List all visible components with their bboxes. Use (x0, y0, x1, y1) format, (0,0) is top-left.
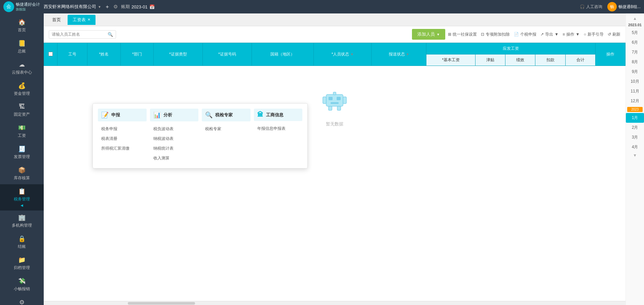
category-header-declaration: 📝 申报 (98, 109, 147, 121)
inventory-icon: 📦 (18, 166, 26, 174)
date-month-7[interactable]: 7月 (626, 47, 644, 57)
chevron-down-icon: ▼ (437, 33, 440, 36)
dropdown-category-biz-info: 🏛 工商信息 年报信息申报表 (254, 109, 303, 163)
tax-expert-icon: 🔍 (205, 111, 213, 119)
table-header-nationality: 国籍（地区） (252, 43, 313, 66)
date-month-11[interactable]: 11月 (626, 86, 644, 96)
empty-icon (321, 86, 348, 118)
menu-item-income-calc[interactable]: 收入测算 (150, 153, 199, 163)
help-button[interactable]: 🎧 人工咨询 (580, 4, 602, 10)
sidebar-item-ledger[interactable]: 📒 总账 (0, 36, 44, 58)
table-header-report-status: 报送状态 ▼ (372, 43, 426, 66)
date-month-2023-01[interactable]: 1月 (626, 113, 644, 123)
menu-item-annual-report[interactable]: 年报信息申报表 (254, 124, 303, 134)
period-value: 2023-01 (131, 4, 148, 9)
menu-item-tax-burden[interactable]: 税负波动表 (150, 124, 199, 134)
sidebar-item-basic[interactable]: ⚙ 基础设置 (0, 295, 44, 305)
date-nav-up[interactable]: ▲ (632, 15, 638, 22)
filter-icon-2[interactable]: ▼ (406, 52, 409, 56)
special-deduction-button[interactable]: ⊡ 专项附加扣除 (481, 32, 510, 37)
newbie-guide-button[interactable]: ○ 新手引导 (584, 32, 604, 37)
current-year-badge: 2023 (627, 107, 643, 112)
export-button[interactable]: ↗ 导出 ▼ (540, 32, 559, 37)
date-month-10[interactable]: 10月 (626, 77, 644, 86)
settings-icon[interactable]: ⚙ (113, 4, 118, 10)
add-company-button[interactable]: ＋ (105, 3, 110, 10)
date-month-2023-02[interactable]: 2月 (626, 123, 644, 132)
date-month-8[interactable]: 8月 (626, 57, 644, 67)
tab-close-icon[interactable]: ✕ (87, 17, 90, 22)
menu-item-tax-calc[interactable]: 所得税汇算清缴 (98, 144, 147, 153)
sidebar-item-home[interactable]: 🏠 首页 (0, 15, 44, 36)
app-logo: 会 畅捷通好会计 旗舰版 (3, 1, 40, 12)
operate-button[interactable]: ≡ 操作 ▼ (563, 32, 580, 37)
scrollbar-thumb[interactable] (128, 302, 195, 305)
sidebar-item-inventory[interactable]: 📦 库存核算 (0, 163, 44, 184)
bottom-scrollbar[interactable] (44, 301, 626, 305)
dropdown-category-analysis: 📊 分析 税负波动表 纳税波动表 纳税统计表 收入测算 (150, 109, 199, 163)
svg-rect-2 (337, 97, 341, 100)
menu-item-tax-declare[interactable]: 税务申报 (98, 124, 147, 134)
sidebar: 🏠 首页 📒 总账 ☁ 云报表中心 💰 资金管理 🏗 固定资产 💵 工资 🧾 发… (0, 13, 44, 305)
user-menu[interactable]: 畅 畅捷通B组... (607, 2, 641, 11)
export-arrow-icon: ▼ (555, 32, 559, 37)
menu-item-tax-form[interactable]: 税表清册 (98, 134, 147, 144)
select-all-checkbox[interactable] (48, 52, 53, 56)
company-selector[interactable]: 西安虾米网络科技有限公司 ▼ (44, 4, 101, 10)
app-title: 畅捷通好会计 旗舰版 (16, 2, 40, 12)
table-header-id-no: *证据号码 (202, 43, 252, 66)
sidebar-item-tax[interactable]: 📋 税务管理 ◀ (0, 184, 44, 211)
date-month-2023-04[interactable]: 4月 (626, 142, 644, 152)
sidebar-item-salary[interactable]: 💵 工资 (0, 121, 44, 142)
date-month-6[interactable]: 6月 (626, 38, 644, 47)
date-month-12[interactable]: 12月 (626, 96, 644, 106)
date-month-2023-03[interactable]: 3月 (626, 132, 644, 142)
dropdown-category-tax-expert: 🔍 税检专家 税检专家 (202, 109, 251, 163)
table-header-number: 工号 (58, 43, 87, 66)
social-security-button[interactable]: ⊞ 统一社保设置 (448, 32, 477, 37)
svg-rect-0 (326, 94, 343, 106)
sidebar-item-cloud-report[interactable]: ☁ 云报表中心 (0, 58, 44, 79)
biz-info-icon: 🏛 (257, 111, 263, 118)
content-area: 首页 工资表 ✕ 🔍 添加人员 ▼ ⊞ (44, 13, 626, 305)
date-sidebar: ▲ 2023.01 5月 6月 7月 8月 9月 10月 11月 12月 202… (626, 13, 644, 305)
operate-arrow-icon: ▼ (576, 32, 580, 37)
main-layout: 🏠 首页 📒 总账 ☁ 云报表中心 💰 资金管理 🏗 固定资产 💵 工资 🧾 发… (0, 13, 644, 305)
table-subheader-total: 合计 (565, 54, 595, 66)
tax-return-button[interactable]: 📄 个税申报 (514, 32, 536, 37)
date-month-5[interactable]: 5月 (626, 28, 644, 38)
cloud-icon: ☁ (19, 61, 25, 68)
refresh-button[interactable]: ↺ 刷新 (608, 32, 620, 37)
date-month-9[interactable]: 9月 (626, 67, 644, 77)
date-nav-down[interactable]: ▼ (632, 152, 638, 159)
add-person-button[interactable]: 添加人员 ▼ (412, 29, 445, 40)
special-deduction-icon: ⊡ (481, 32, 484, 37)
category-header-biz-info: 🏛 工商信息 (254, 109, 303, 121)
filter-icon[interactable]: ▼ (350, 52, 354, 56)
sidebar-item-multi-org[interactable]: 🏢 多机构管理 (0, 211, 44, 232)
sidebar-item-archive[interactable]: 📁 归档管理 (0, 253, 44, 274)
calendar-icon[interactable]: 📅 (149, 4, 155, 9)
menu-item-expert[interactable]: 税检专家 (202, 124, 251, 134)
search-icon[interactable]: 🔍 (108, 32, 113, 37)
menu-item-tax-dynamic[interactable]: 纳税波动表 (150, 134, 199, 144)
search-input[interactable] (52, 32, 106, 37)
sidebar-item-fund[interactable]: 💰 资金管理 (0, 79, 44, 100)
category-header-analysis: 📊 分析 (150, 109, 199, 121)
user-name: 畅捷通B组... (618, 4, 641, 10)
svg-rect-7 (329, 106, 332, 110)
sidebar-item-mini-report[interactable]: 💸 小畅报销 (0, 274, 44, 295)
tab-salary-table[interactable]: 工资表 ✕ (68, 15, 96, 25)
table-header-check[interactable] (44, 43, 58, 66)
toolbar: 🔍 添加人员 ▼ ⊞ 统一社保设置 ⊡ 专项附加扣除 (44, 26, 626, 43)
ledger-icon: 📒 (18, 40, 26, 47)
sidebar-item-assets[interactable]: 🏗 固定资产 (0, 100, 44, 121)
date-year-label: 2023.01 (628, 23, 642, 27)
sidebar-item-invoice[interactable]: 🧾 发票管理 (0, 142, 44, 163)
sidebar-item-closing[interactable]: 🔒 结账 (0, 232, 44, 253)
tab-home[interactable]: 首页 (47, 15, 66, 25)
menu-item-tax-stat[interactable]: 纳税统计表 (150, 144, 199, 153)
svg-rect-8 (337, 106, 341, 110)
fund-icon: 💰 (18, 82, 26, 89)
assets-icon: 🏗 (19, 103, 25, 110)
